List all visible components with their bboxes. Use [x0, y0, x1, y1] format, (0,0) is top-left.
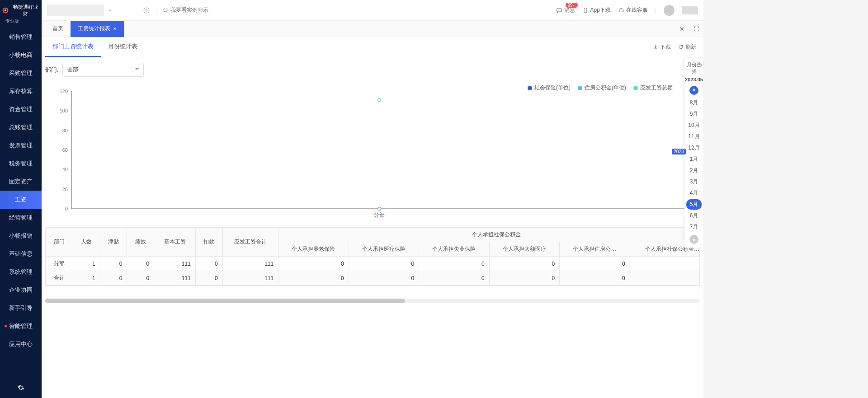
col-header: 扣款	[195, 228, 222, 257]
col-group-header: 个人承担社保公积金	[278, 228, 700, 242]
month-option[interactable]: 1月	[686, 154, 702, 164]
nav-item-label: 发票管理	[9, 142, 33, 149]
nav-item-12[interactable]: 基础信息	[0, 245, 42, 263]
col-sub-header: 个人承担大额医疗	[489, 242, 559, 257]
nav-item-label: 采购管理	[9, 70, 33, 76]
month-option[interactable]: 8月	[686, 98, 702, 108]
nav-item-7[interactable]: 税务管理	[0, 155, 42, 173]
settings-icon[interactable]	[17, 384, 24, 391]
close-all-icon[interactable]	[679, 26, 685, 32]
month-option[interactable]: 3月	[686, 177, 702, 187]
month-option[interactable]: 11月	[684, 131, 703, 142]
download-button[interactable]: 下载	[653, 43, 671, 51]
nav-item-0[interactable]: 销售管理	[0, 28, 42, 46]
nav-item-17[interactable]: 应用中心	[0, 335, 42, 353]
logo: 畅捷通好业财 专业版	[0, 0, 42, 28]
chevron-down-icon	[108, 8, 113, 13]
month-option[interactable]: 12月	[684, 143, 703, 153]
fullscreen-icon[interactable]	[693, 26, 700, 32]
month-option[interactable]: 10月	[684, 120, 703, 131]
cell: 0	[195, 271, 222, 286]
month-option[interactable]: 2月	[686, 165, 702, 176]
tab-1[interactable]: 工资统计报表✕	[71, 21, 124, 37]
month-option[interactable]: 4月	[686, 188, 702, 198]
close-icon[interactable]: ✕	[113, 26, 117, 31]
username[interactable]	[682, 6, 698, 14]
col-header: 部门	[46, 228, 73, 257]
cloud-icon	[162, 7, 169, 14]
company-name: （演示公司）	[47, 5, 104, 16]
month-option[interactable]: 7月	[686, 222, 702, 232]
cell: 0	[195, 257, 222, 271]
col-header: 绩效	[127, 228, 154, 257]
month-prev-button[interactable]	[689, 86, 698, 95]
legend-dot-icon	[528, 86, 532, 90]
refresh-button[interactable]: 刷新	[678, 43, 696, 51]
cell: 0	[419, 257, 489, 271]
nav-item-10[interactable]: 经营管理	[0, 209, 42, 227]
sub-tab-0[interactable]: 部门工资统计表	[45, 37, 101, 57]
support-label: 在线客服	[626, 6, 648, 14]
svg-text:分部: 分部	[374, 212, 385, 218]
nav-item-16[interactable]: 智能管理	[0, 317, 42, 335]
nav-item-3[interactable]: 库存核算	[0, 82, 42, 100]
year-tag: 2023	[672, 149, 685, 155]
gear-icon[interactable]	[143, 7, 150, 14]
legend-item-1[interactable]: 住房公积金(单位)	[578, 84, 626, 92]
nav-item-label: 新手引导	[9, 304, 33, 311]
main: （演示公司） | 我要看实例演示 消息 99+ App下载	[42, 0, 703, 398]
legend-item-0[interactable]: 社会保险(单位)	[528, 84, 571, 92]
demo-label: 我要看实例演示	[170, 6, 208, 14]
dept-select[interactable]: 全部	[62, 63, 144, 77]
nav-item-9[interactable]: 工资	[0, 191, 42, 209]
month-option[interactable]: 5月	[686, 199, 702, 210]
tab-0[interactable]: 首页	[45, 21, 71, 37]
nav-item-15[interactable]: 新手引导	[0, 299, 42, 317]
nav-item-13[interactable]: 系统管理	[0, 263, 42, 281]
nav-item-label: 智能管理	[9, 323, 33, 329]
nav-item-2[interactable]: 采购管理	[0, 64, 42, 82]
avatar[interactable]	[664, 5, 675, 16]
chart-legend: 社会保险(单位)住房公积金(单位)应发工资总额	[528, 84, 673, 92]
nav-item-4[interactable]: 资金管理	[0, 100, 42, 118]
nav-item-label: 税务管理	[9, 160, 33, 167]
month-option[interactable]: 9月	[686, 109, 702, 119]
cell: 111	[222, 257, 278, 271]
cell: 1	[73, 257, 100, 271]
nav-item-label: 企业协同	[9, 286, 33, 293]
refresh-icon	[678, 44, 684, 50]
nav-item-label: 销售管理	[9, 33, 33, 40]
cell: 0	[100, 257, 127, 271]
nav-item-8[interactable]: 固定资产	[0, 173, 42, 191]
nav-item-1[interactable]: 小畅电商	[0, 46, 42, 64]
h-scrollbar-thumb[interactable]	[45, 299, 405, 303]
tabs-bar: 首页工资统计报表✕ |	[42, 21, 703, 37]
demo-link[interactable]: 我要看实例演示	[162, 6, 208, 14]
app-download-button[interactable]: App下载	[582, 6, 611, 14]
nav-item-6[interactable]: 发票管理	[0, 136, 42, 155]
nav-item-5[interactable]: 总账管理	[0, 118, 42, 136]
nav-item-14[interactable]: 企业协同	[0, 281, 42, 299]
cell: 0	[630, 257, 700, 271]
cell: 111	[154, 257, 196, 271]
sub-tab-1[interactable]: 月份统计表	[101, 37, 145, 57]
svg-point-2	[146, 9, 147, 11]
tab-label: 首页	[52, 25, 63, 33]
legend-label: 住房公积金(单位)	[585, 84, 626, 92]
dept-select-value: 全部	[67, 66, 78, 73]
messages-button[interactable]: 消息 99+	[556, 6, 575, 14]
content: 部门工资统计表月份统计表 下载 刷新 部门:	[42, 37, 703, 398]
cell: 0	[278, 257, 349, 271]
svg-text:20: 20	[62, 187, 68, 192]
tab-label: 工资统计报表	[78, 25, 110, 33]
nav-item-label: 小畅电商	[9, 52, 33, 58]
nav-item-11[interactable]: 小畅报销	[0, 227, 42, 245]
month-option[interactable]: 6月	[686, 211, 702, 221]
month-next-button[interactable]	[689, 235, 698, 244]
support-button[interactable]: 在线客服	[618, 6, 648, 14]
h-scrollbar[interactable]	[45, 299, 700, 303]
svg-rect-4	[584, 8, 587, 13]
legend-item-2[interactable]: 应发工资总额	[633, 84, 673, 92]
nav-item-label: 应用中心	[9, 341, 33, 347]
company-selector[interactable]: （演示公司）	[47, 5, 137, 16]
